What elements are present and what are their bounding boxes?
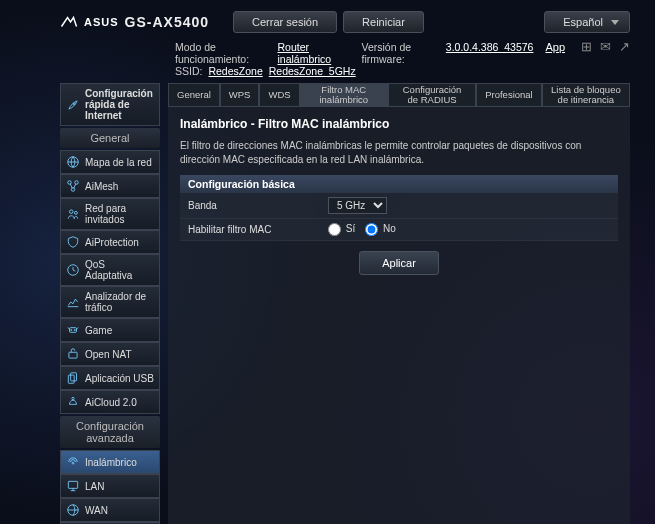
feedback-icon[interactable]: ⊞: [581, 39, 592, 54]
apply-button[interactable]: Aplicar: [359, 251, 439, 275]
sidebar-item-label: QoS Adaptativa: [85, 259, 154, 281]
tab-mac-filter[interactable]: Filtro MAC inalámbrico: [300, 83, 388, 107]
advanced-header: Configuración avanzada: [60, 416, 160, 448]
nav-icon: [66, 207, 80, 221]
enable-mac-label: Habilitar filtro MAC: [188, 224, 328, 235]
svg-rect-12: [68, 375, 74, 383]
sidebar-item-label: Open NAT: [85, 349, 132, 360]
svg-rect-13: [71, 373, 77, 381]
section-header: Configuración básica: [180, 175, 618, 193]
share-icon[interactable]: ↗: [619, 39, 630, 54]
sidebar-item-red-para-invitados[interactable]: Red para invitados: [60, 198, 160, 230]
tab-roaming-blocklist[interactable]: Lista de bloqueo de itinerancia: [542, 83, 630, 107]
sidebar-item-label: Aplicación USB: [85, 373, 154, 384]
sidebar-item-lan[interactable]: LAN: [60, 474, 160, 498]
svg-rect-16: [68, 481, 77, 488]
panel-title: Inalámbrico - Filtro MAC inalámbrico: [180, 117, 618, 131]
ssid1-link[interactable]: RedesZone: [208, 65, 262, 77]
sidebar-item-label: AiMesh: [85, 181, 118, 192]
sidebar-item-inal-mbrico[interactable]: Inalámbrico: [60, 450, 160, 474]
nav-icon: [66, 455, 80, 469]
ssid2-link[interactable]: RedesZone_5GHz: [269, 65, 356, 77]
svg-point-14: [72, 397, 74, 399]
sidebar-item-aimesh[interactable]: AiMesh: [60, 174, 160, 198]
sidebar-item-label: AiProtection: [85, 237, 139, 248]
svg-point-6: [74, 211, 77, 214]
nav-icon: [66, 235, 80, 249]
svg-rect-11: [69, 352, 77, 358]
ssid-label: SSID:: [175, 65, 202, 77]
mode-label: Modo de funcionamiento:: [175, 41, 271, 65]
sidebar-item-aplicaci-n-usb[interactable]: Aplicación USB: [60, 366, 160, 390]
sidebar-item-label: AiCloud 2.0: [85, 397, 137, 408]
sidebar-item-label: LAN: [85, 481, 104, 492]
sidebar-item-aicloud-2-0[interactable]: AiCloud 2.0: [60, 390, 160, 414]
sidebar-item-label: Inalámbrico: [85, 457, 137, 468]
sidebar-item-label: Mapa de la red: [85, 157, 152, 168]
tab-radius[interactable]: Configuración de RADIUS: [388, 83, 476, 107]
mode-link[interactable]: Router inalámbrico: [277, 41, 349, 65]
enable-no-option[interactable]: No: [365, 223, 396, 236]
sidebar-item-game[interactable]: Game: [60, 318, 160, 342]
sidebar-item-label: Analizador de tráfico: [85, 291, 154, 313]
sidebar-item-analizador-de-tr-fico[interactable]: Analizador de tráfico: [60, 286, 160, 318]
tab-wps[interactable]: WPS: [220, 83, 260, 107]
sidebar-item-aiprotection[interactable]: AiProtection: [60, 230, 160, 254]
svg-point-15: [72, 462, 74, 464]
sidebar-item-label: WAN: [85, 505, 108, 516]
sidebar-item-wan[interactable]: WAN: [60, 498, 160, 522]
sidebar-item-mapa-de-la-red[interactable]: Mapa de la red: [60, 150, 160, 174]
model-name: GS-AX5400: [125, 14, 209, 30]
tab-general[interactable]: General: [168, 83, 220, 107]
nav-icon: [66, 347, 80, 361]
nav-icon: [66, 395, 80, 409]
nav-icon: [66, 155, 80, 169]
nav-icon: [66, 263, 80, 277]
sidebar-item-open-nat[interactable]: Open NAT: [60, 342, 160, 366]
general-header: General: [60, 128, 160, 148]
reboot-button[interactable]: Reiniciar: [343, 11, 424, 33]
svg-point-10: [74, 329, 75, 330]
mail-icon[interactable]: ✉: [600, 39, 611, 54]
svg-point-2: [68, 181, 72, 185]
brand-logo: ASUS: [60, 13, 119, 31]
panel-description: El filtro de direcciones MAC inalámbrica…: [180, 139, 618, 167]
sidebar-item-label: Game: [85, 325, 112, 336]
fw-link[interactable]: 3.0.0.4.386_43576: [446, 41, 534, 53]
nav-icon: [66, 295, 80, 309]
tab-wds[interactable]: WDS: [259, 83, 299, 107]
nav-icon: [66, 323, 80, 337]
svg-point-4: [71, 188, 75, 192]
svg-point-3: [75, 181, 79, 185]
sidebar-item-qos-adaptativa[interactable]: QoS Adaptativa: [60, 254, 160, 286]
rocket-icon: [66, 98, 80, 112]
enable-yes-option[interactable]: Sí: [328, 223, 355, 236]
nav-icon: [66, 371, 80, 385]
fw-label: Versión de firmware:: [362, 41, 440, 65]
quick-setup-button[interactable]: Configuración rápida de Internet: [60, 83, 160, 126]
app-link[interactable]: App: [545, 41, 565, 53]
svg-point-5: [70, 210, 74, 214]
nav-icon: [66, 479, 80, 493]
nav-icon: [66, 503, 80, 517]
logout-button[interactable]: Cerrar sesión: [233, 11, 337, 33]
svg-point-9: [71, 329, 72, 330]
chevron-down-icon: [611, 20, 619, 25]
language-select[interactable]: Español: [544, 11, 630, 33]
sidebar-item-label: Red para invitados: [85, 203, 154, 225]
band-select[interactable]: 5 GHz: [328, 197, 387, 214]
tab-professional[interactable]: Profesional: [476, 83, 542, 107]
nav-icon: [66, 179, 80, 193]
band-label: Banda: [188, 200, 328, 211]
svg-point-0: [73, 102, 75, 104]
